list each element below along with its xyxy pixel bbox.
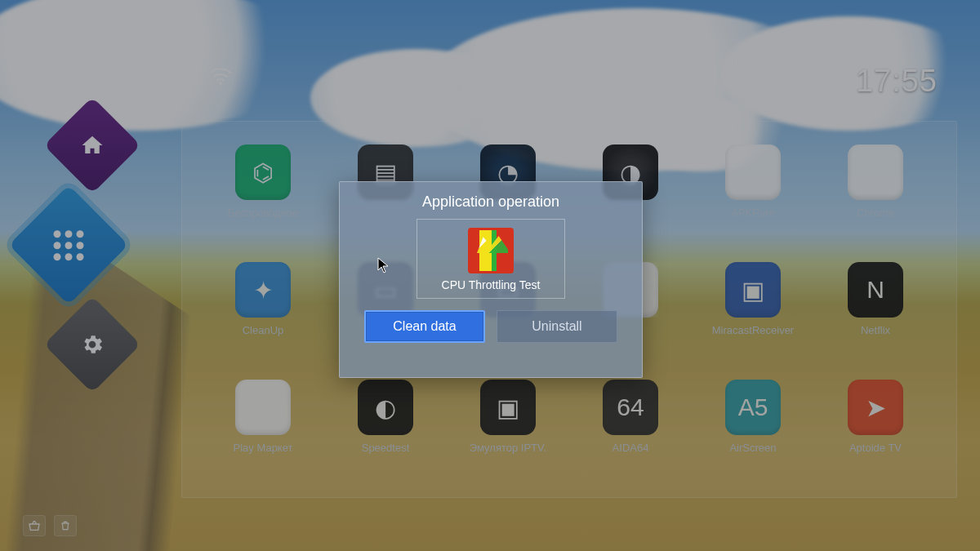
- launcher-root: 17:55 ⌬Беспроводное▤◔◑AAPKPure◉Chrome✦: [0, 0, 980, 551]
- uninstall-button[interactable]: Uninstall: [497, 310, 617, 343]
- application-operation-dialog: Application operation CPU Throttling Tes…: [339, 181, 643, 378]
- dialog-app-box: CPU Throttling Test: [416, 219, 565, 299]
- cpu-throttling-test-icon: [468, 228, 514, 273]
- dialog-buttons: Clean data Uninstall: [351, 310, 630, 343]
- dialog-title: Application operation: [351, 193, 630, 211]
- clean-data-button[interactable]: Clean data: [364, 310, 485, 343]
- dialog-app-name: CPU Throttling Test: [425, 278, 556, 291]
